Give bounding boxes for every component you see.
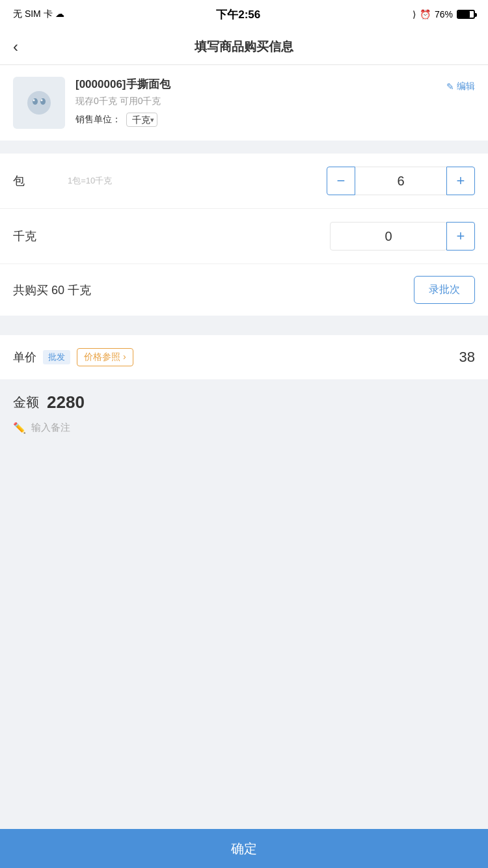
- price-badge: 批发: [43, 350, 70, 364]
- product-stock: 现存0千克 可用0千克: [75, 96, 475, 107]
- amount-value: 2280: [47, 392, 85, 413]
- amount-row: 金额 2280: [13, 392, 475, 413]
- qty-input-2[interactable]: [330, 222, 447, 251]
- page-title: 填写商品购买信息: [195, 38, 293, 55]
- price-reference-button[interactable]: 价格参照 ›: [77, 348, 133, 366]
- qty-row-1: 包 1包=10千克 − +: [0, 154, 488, 209]
- product-info: [0000006]手撕面包 ✎ 编辑 现存0千克 可用0千克 销售单位： 千克 …: [75, 77, 475, 127]
- price-section: 单价 批发 价格参照 › 38: [0, 335, 488, 379]
- battery-icon: [457, 10, 475, 19]
- svg-point-4: [41, 100, 43, 102]
- qty-control-1: − +: [327, 167, 475, 195]
- product-logo-icon: [26, 90, 52, 116]
- qty-hint-1: 1包=10千克: [68, 175, 327, 187]
- qty-label-1: 包: [13, 173, 65, 189]
- svg-point-1: [33, 98, 38, 105]
- divider-1: [0, 147, 488, 154]
- empty-space: [0, 444, 488, 666]
- svg-point-3: [33, 100, 35, 102]
- amount-section: 金额 2280 ✏️ 输入备注: [0, 379, 488, 444]
- total-row: 共购买 60 千克 录批次: [0, 264, 488, 316]
- price-row: 单价 批发 价格参照 › 38: [0, 335, 488, 379]
- status-signal: 无 SIM 卡 ☁: [13, 8, 64, 20]
- remark-row[interactable]: ✏️ 输入备注: [13, 422, 475, 434]
- product-unit: 销售单位： 千克 包: [75, 113, 475, 127]
- confirm-button[interactable]: 确定: [231, 840, 257, 858]
- qty-increase-2[interactable]: +: [446, 222, 475, 251]
- confirm-button-wrap[interactable]: 确定: [0, 829, 488, 868]
- total-label: 共购买 60 千克: [13, 282, 91, 298]
- price-label: 单价: [13, 349, 36, 365]
- unit-label: 销售单位：: [75, 114, 121, 126]
- pencil-icon: ✏️: [13, 422, 26, 434]
- svg-point-2: [40, 98, 46, 105]
- edit-icon: ✎: [446, 81, 454, 92]
- nav-bar: ‹ 填写商品购买信息: [0, 29, 488, 65]
- location-icon: ⟩: [413, 9, 416, 20]
- battery-percent: 76%: [435, 9, 453, 20]
- status-right: ⟩ ⏰ 76%: [413, 9, 475, 20]
- product-section: [0000006]手撕面包 ✎ 编辑 现存0千克 可用0千克 销售单位： 千克 …: [0, 65, 488, 141]
- price-value: 38: [459, 349, 475, 366]
- qty-control-2: +: [330, 222, 475, 251]
- divider-2: [0, 322, 488, 329]
- svg-point-0: [27, 91, 51, 115]
- qty-section: 包 1包=10千克 − + 千克 +: [0, 154, 488, 264]
- edit-label: 编辑: [457, 81, 475, 92]
- unit-select[interactable]: 千克 包: [126, 113, 157, 127]
- qty-label-2: 千克: [13, 228, 65, 244]
- back-button[interactable]: ‹: [13, 38, 18, 56]
- product-name: [0000006]手撕面包: [75, 77, 170, 92]
- unit-select-wrap[interactable]: 千克 包: [126, 113, 157, 127]
- amount-label: 金额: [13, 394, 39, 411]
- edit-button[interactable]: ✎ 编辑: [446, 81, 475, 92]
- status-bar: 无 SIM 卡 ☁ 下午2:56 ⟩ ⏰ 76%: [0, 0, 488, 29]
- alarm-icon: ⏰: [420, 9, 431, 20]
- qty-increase-1[interactable]: +: [446, 167, 475, 195]
- remark-placeholder: 输入备注: [31, 422, 70, 434]
- record-batch-button[interactable]: 录批次: [414, 276, 475, 304]
- status-time: 下午2:56: [216, 7, 260, 22]
- qty-decrease-1[interactable]: −: [327, 167, 355, 195]
- qty-input-1[interactable]: [355, 167, 446, 195]
- qty-row-2: 千克 +: [0, 209, 488, 264]
- product-image: [13, 77, 65, 129]
